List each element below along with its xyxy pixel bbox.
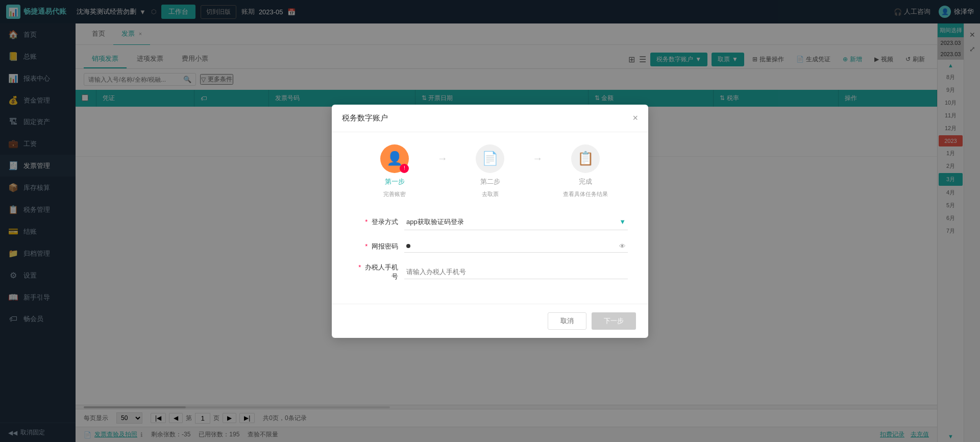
step-arrow-1: → xyxy=(437,144,448,164)
step-arrow-2: → xyxy=(532,144,543,164)
login-required-star: * xyxy=(365,218,368,226)
login-method-select[interactable]: app获取验证码登录 ▼ xyxy=(404,214,628,230)
phone-label: * 办税人手机号 xyxy=(352,263,398,281)
tax-digital-modal: 税务数字账户 × 👤 ! 第一步 完善账密 → xyxy=(332,105,648,338)
step-2-icon: 📄 xyxy=(482,151,498,166)
login-method-row: * 登录方式 app获取验证码登录 ▼ xyxy=(352,214,628,230)
step-2: 📄 第二步 去取票 xyxy=(448,144,533,198)
step-3: 📋 完成 查看具体任务结果 xyxy=(543,144,628,198)
phone-row: * 办税人手机号 xyxy=(352,263,628,281)
phone-required-star: * xyxy=(358,263,361,271)
modal-overlay: 税务数字账户 × 👤 ! 第一步 完善账密 → xyxy=(0,0,980,442)
password-row: * 网报密码 👁 xyxy=(352,240,628,253)
step-1-circle: 👤 ! xyxy=(380,144,409,173)
login-method-label: * 登录方式 xyxy=(352,217,398,227)
modal-body: 👤 ! 第一步 完善账密 → 📄 第二步 去取票 → xyxy=(332,132,648,304)
step-2-label: 第二步 xyxy=(480,177,500,186)
modal-close-button[interactable]: × xyxy=(632,113,638,124)
step-1-badge: ! xyxy=(400,164,409,173)
modal-header: 税务数字账户 × xyxy=(332,105,648,132)
step-3-icon: 📋 xyxy=(577,151,594,166)
steps-container: 👤 ! 第一步 完善账密 → 📄 第二步 去取票 → xyxy=(352,144,628,198)
password-label: * 网报密码 xyxy=(352,242,398,251)
next-button[interactable]: 下一步 xyxy=(592,312,636,330)
step-2-circle: 📄 xyxy=(476,144,504,173)
modal-title: 税务数字账户 xyxy=(342,113,388,123)
step-1-icon: 👤 xyxy=(386,151,403,166)
phone-input[interactable] xyxy=(404,265,628,279)
step-3-circle: 📋 xyxy=(571,144,600,173)
login-method-arrow: ▼ xyxy=(619,218,626,226)
step-3-label: 完成 xyxy=(579,177,592,186)
step-1-label: 第一步 xyxy=(385,177,405,186)
password-required-star: * xyxy=(365,242,368,250)
password-eye-icon[interactable]: 👁 xyxy=(619,242,626,250)
cancel-button[interactable]: 取消 xyxy=(548,312,586,330)
step-1-desc: 完善账密 xyxy=(383,190,406,198)
step-2-desc: 去取票 xyxy=(482,190,499,198)
login-method-value: app获取验证码登录 xyxy=(406,217,464,227)
password-dot xyxy=(406,244,410,248)
step-1: 👤 ! 第一步 完善账密 xyxy=(352,144,437,198)
step-3-desc: 查看具体任务结果 xyxy=(563,190,608,198)
phone-field-wrapper xyxy=(404,265,628,279)
password-field[interactable]: 👁 xyxy=(404,240,628,253)
modal-footer: 取消 下一步 xyxy=(332,304,648,338)
